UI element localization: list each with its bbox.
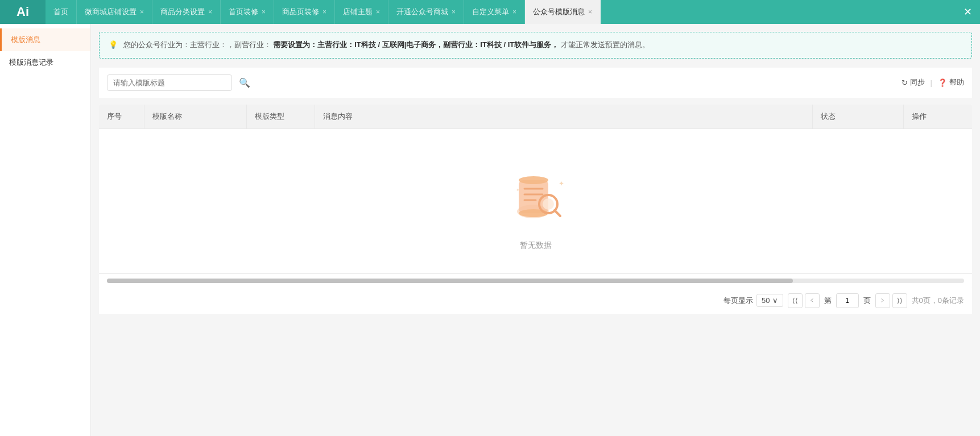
close-tab-custom-menu-button[interactable]: × [512, 8, 516, 16]
notice-highlight: 需要设置为：主营行业：IT科技 / 互联网|电子商务，副营行业：IT科技 / I… [273, 40, 559, 49]
top-navigation: Ai 首页微商城店铺设置×商品分类设置×首页装修×商品页装修×店铺主题×开通公众… [0, 0, 980, 24]
help-label: 帮助 [949, 77, 964, 88]
nav-tab-label: 店铺主题 [343, 7, 373, 17]
scrollbar-track[interactable] [107, 279, 964, 283]
logo: Ai [0, 0, 46, 24]
close-all-tabs-button[interactable]: ✕ [956, 0, 980, 24]
nav-tabs: 首页微商城店铺设置×商品分类设置×首页装修×商品页装修×店铺主题×开通公众号商城… [46, 0, 956, 24]
svg-text:✦: ✦ [516, 188, 520, 193]
close-tab-category-settings-button[interactable]: × [208, 8, 212, 16]
close-tab-product-decoration-button[interactable]: × [322, 8, 326, 16]
page-input[interactable] [836, 293, 859, 308]
svg-point-5 [519, 176, 548, 184]
page-size-label: 每页显示 [723, 296, 753, 306]
page-size-dropdown[interactable]: 50 ∨ [756, 294, 783, 307]
sidebar: 模版消息模版消息记录 [0, 24, 91, 436]
table-header: 序号模版名称模版类型消息内容状态操作 [99, 105, 972, 129]
chevron-down-icon: ∨ [772, 296, 778, 305]
scrollbar-area [99, 273, 972, 288]
nav-tab-label: 首页装修 [229, 7, 258, 17]
divider: | [931, 78, 932, 87]
empty-state: ✦ ✦ 暂无数据 [99, 129, 972, 273]
nav-tab-label: 公众号模版消息 [533, 7, 585, 17]
content-area: 💡 您的公众号行业为：主营行业：，副营行业： 需要设置为：主营行业：IT科技 /… [91, 24, 980, 436]
table-column-模版类型: 模版类型 [247, 105, 315, 128]
close-tab-home-decoration-button[interactable]: × [262, 8, 266, 16]
sync-label: 同步 [910, 77, 925, 88]
help-icon: ❓ [938, 78, 947, 87]
nav-tab-home[interactable]: 首页 [46, 0, 77, 24]
nav-tab-shop-settings[interactable]: 微商城店铺设置× [77, 0, 152, 24]
nav-tab-template-msg[interactable]: 公众号模版消息× [525, 0, 601, 24]
nav-tab-label: 微商城店铺设置 [85, 7, 137, 17]
nav-tab-label: 商品页装修 [282, 7, 319, 17]
notice-icon: 💡 [109, 40, 118, 49]
search-button[interactable]: 🔍 [237, 75, 253, 90]
page-size-value: 50 [762, 296, 770, 305]
page-unit: 页 [863, 296, 871, 306]
nav-tab-label: 首页 [53, 7, 68, 17]
industry-notice: 💡 您的公众号行业为：主营行业：，副营行业： 需要设置为：主营行业：IT科技 /… [99, 32, 972, 59]
notice-suffix: 才能正常发送预置的消息。 [561, 40, 650, 49]
sidebar-item-template-msg[interactable]: 模版消息 [0, 28, 90, 51]
empty-icon: ✦ ✦ [502, 163, 570, 231]
main-layout: 模版消息模版消息记录 💡 您的公众号行业为：主营行业：，副营行业： 需要设置为：… [0, 24, 980, 436]
nav-tab-product-decoration[interactable]: 商品页装修× [274, 0, 335, 24]
close-tab-template-msg-button[interactable]: × [588, 8, 592, 16]
next-page-button[interactable]: ﹥ [875, 293, 890, 308]
nav-tab-open-mall[interactable]: 开通公众号商城× [388, 0, 464, 24]
search-input[interactable] [107, 74, 232, 91]
svg-text:✦: ✦ [559, 180, 564, 188]
svg-line-9 [555, 210, 560, 216]
first-page-button[interactable]: ⟨⟨ [788, 293, 803, 308]
page-navigation: ⟨⟨ ﹤ 第 页 ﹥ ⟩⟩ [788, 293, 907, 308]
table-column-操作: 操作 [904, 105, 972, 128]
notice-prefix: 您的公众号行业为：主营行业：，副营行业： [123, 40, 271, 49]
search-right: ↻ 同步 | ❓ 帮助 [902, 77, 964, 88]
data-table: 序号模版名称模版类型消息内容状态操作 [99, 105, 972, 288]
nav-tab-label: 开通公众号商城 [396, 7, 448, 17]
nav-tab-home-decoration[interactable]: 首页装修× [221, 0, 274, 24]
svg-point-8 [543, 198, 554, 210]
table-column-消息内容: 消息内容 [315, 105, 813, 128]
last-page-button[interactable]: ⟩⟩ [892, 293, 907, 308]
prev-page-button[interactable]: ﹤ [805, 293, 820, 308]
table-column-状态: 状态 [813, 105, 904, 128]
nav-tab-label: 商品分类设置 [160, 7, 205, 17]
sync-icon: ↻ [902, 78, 908, 87]
page-size-selector: 每页显示 50 ∨ [723, 294, 783, 307]
close-tab-shop-settings-button[interactable]: × [140, 8, 144, 16]
table-column-模版名称: 模版名称 [144, 105, 247, 128]
page-go-label: 第 [824, 296, 832, 306]
nav-tab-custom-menu[interactable]: 自定义菜单× [464, 0, 525, 24]
sidebar-item-template-msg-record[interactable]: 模版消息记录 [0, 51, 90, 74]
sync-button[interactable]: ↻ 同步 [902, 77, 925, 88]
total-info: 共0页，0条记录 [912, 296, 964, 306]
close-tab-shop-theme-button[interactable]: × [376, 8, 380, 16]
help-button[interactable]: ❓ 帮助 [938, 77, 964, 88]
close-tab-open-mall-button[interactable]: × [452, 8, 456, 16]
nav-tab-label: 自定义菜单 [472, 7, 509, 17]
search-bar: 🔍 ↻ 同步 | ❓ 帮助 [99, 68, 972, 98]
nav-tab-category-settings[interactable]: 商品分类设置× [152, 0, 221, 24]
nav-tab-shop-theme[interactable]: 店铺主题× [335, 0, 388, 24]
table-column-序号: 序号 [99, 105, 144, 128]
pagination: 每页显示 50 ∨ ⟨⟨ ﹤ 第 页 ﹥ ⟩⟩ 共0页，0条记录 [99, 288, 972, 314]
empty-text: 暂无数据 [520, 240, 552, 251]
scrollbar-thumb [107, 279, 793, 283]
search-left: 🔍 [107, 74, 253, 91]
